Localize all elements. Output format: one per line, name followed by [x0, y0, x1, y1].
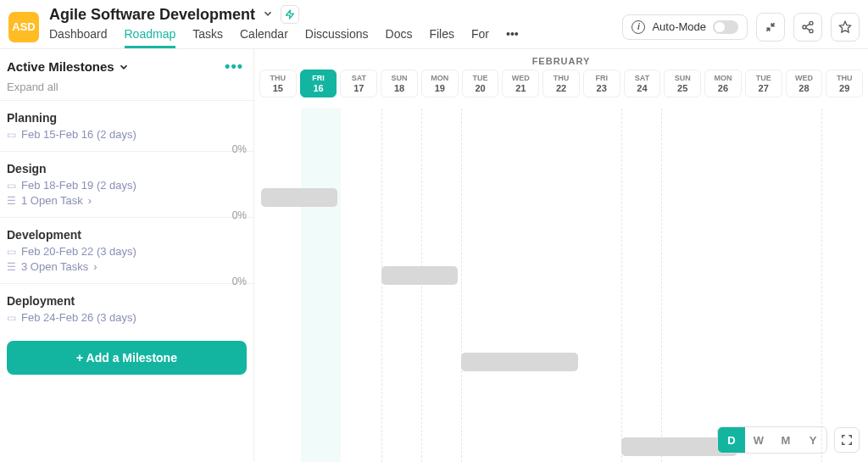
- svg-line-7: [806, 24, 810, 26]
- tab-calendar[interactable]: Calendar: [240, 27, 288, 48]
- chevron-right-icon: ›: [93, 260, 97, 273]
- day-num: 20: [463, 83, 498, 93]
- milestone-item[interactable]: 0%Design▭Feb 18-Feb 19 (2 days)☰1 Open T…: [0, 151, 253, 217]
- milestone-item[interactable]: 0%Deployment▭Feb 24-Feb 26 (3 days): [0, 283, 253, 334]
- day-cell[interactable]: SAT24: [624, 70, 661, 97]
- day-num: 25: [665, 83, 700, 93]
- day-num: 21: [503, 83, 538, 93]
- tab-dashboard[interactable]: Dashboard: [49, 27, 108, 48]
- day-dow: WED: [503, 74, 538, 82]
- svg-point-5: [810, 29, 813, 32]
- add-milestone-button[interactable]: + Add a Milestone: [7, 341, 247, 375]
- share-icon[interactable]: [793, 13, 822, 42]
- more-tabs-icon[interactable]: •••: [506, 27, 519, 48]
- day-cell[interactable]: WED21: [502, 70, 539, 97]
- milestone-dates: ▭Feb 20-Feb 22 (3 days): [7, 245, 247, 258]
- svg-marker-0: [287, 10, 294, 19]
- day-cell[interactable]: TUE27: [745, 70, 782, 97]
- zoom-group: DWMY: [717, 426, 827, 454]
- day-cell[interactable]: FRI23: [583, 70, 620, 97]
- day-dow: THU: [543, 74, 579, 82]
- day-num: 23: [584, 83, 620, 93]
- project-title[interactable]: Agile Software Development: [49, 6, 255, 24]
- zoom-y[interactable]: Y: [799, 427, 826, 453]
- day-cell[interactable]: FRI16: [300, 70, 337, 97]
- day-dow: TUE: [746, 74, 782, 82]
- lightning-icon[interactable]: [281, 5, 299, 24]
- chevron-down-icon: [118, 61, 130, 73]
- tab-roadmap[interactable]: Roadmap: [125, 27, 176, 48]
- nav-tabs: DashboardRoadmapTasksCalendarDiscussions…: [49, 27, 622, 48]
- day-dow: SAT: [341, 74, 376, 82]
- day-cell[interactable]: THU22: [542, 70, 580, 97]
- gantt-bar[interactable]: [261, 188, 337, 207]
- day-num: 28: [787, 83, 822, 93]
- tab-for[interactable]: For: [471, 27, 489, 48]
- milestone-tasks[interactable]: ☰3 Open Tasks ›: [7, 260, 247, 273]
- fullscreen-icon[interactable]: [834, 427, 860, 453]
- day-dow: THU: [260, 74, 296, 82]
- tab-tasks[interactable]: Tasks: [192, 27, 223, 48]
- tab-files[interactable]: Files: [429, 27, 454, 48]
- day-cell[interactable]: THU29: [826, 70, 863, 97]
- day-cell[interactable]: SAT17: [340, 70, 377, 97]
- milestone-dates: ▭Feb 18-Feb 19 (2 days): [7, 179, 247, 192]
- svg-point-4: [803, 25, 806, 29]
- day-dow: FRI: [301, 74, 337, 82]
- tab-discussions[interactable]: Discussions: [305, 27, 369, 48]
- gantt-bar[interactable]: [461, 353, 578, 371]
- info-icon: i: [632, 20, 645, 34]
- day-num: 27: [746, 83, 782, 93]
- svg-point-3: [810, 21, 813, 25]
- milestone-dates: ▭Feb 15-Feb 16 (2 days): [7, 128, 247, 141]
- day-cell[interactable]: MON19: [421, 70, 459, 97]
- milestone-tasks[interactable]: ☰1 Open Task ›: [7, 194, 247, 207]
- sidebar-title[interactable]: Active Milestones: [7, 59, 130, 74]
- collapse-icon[interactable]: [756, 13, 785, 42]
- day-dow: THU: [826, 74, 862, 82]
- day-dow: SUN: [381, 74, 417, 82]
- expand-all-button[interactable]: Expand all: [0, 81, 253, 100]
- zoom-m[interactable]: M: [772, 427, 799, 453]
- day-num: 16: [301, 83, 337, 93]
- milestone-percent: 0%: [232, 143, 247, 155]
- project-badge[interactable]: ASD: [8, 12, 39, 42]
- day-num: 17: [341, 83, 376, 93]
- milestone-percent: 0%: [232, 209, 247, 221]
- day-num: 26: [705, 83, 741, 93]
- day-cell[interactable]: TUE20: [462, 70, 499, 97]
- day-num: 19: [422, 83, 458, 93]
- more-options-icon[interactable]: •••: [225, 58, 243, 75]
- tasks-icon: ☰: [7, 261, 16, 273]
- star-icon[interactable]: [831, 13, 860, 42]
- day-num: 24: [625, 83, 660, 93]
- day-cell[interactable]: THU15: [259, 70, 297, 97]
- day-num: 29: [826, 83, 862, 93]
- day-num: 18: [381, 83, 417, 93]
- day-cell[interactable]: SUN18: [381, 70, 418, 97]
- auto-mode-toggle[interactable]: i Auto-Mode: [622, 14, 748, 40]
- tab-docs[interactable]: Docs: [386, 27, 413, 48]
- day-cell[interactable]: SUN25: [664, 70, 701, 97]
- auto-mode-label: Auto-Mode: [652, 20, 706, 33]
- zoom-w[interactable]: W: [745, 427, 772, 453]
- sidebar-title-text: Active Milestones: [7, 59, 114, 74]
- day-cell[interactable]: MON26: [704, 70, 742, 97]
- milestone-name: Planning: [7, 111, 247, 125]
- svg-line-6: [806, 28, 810, 31]
- svg-marker-8: [839, 21, 850, 32]
- calendar-icon: ▭: [7, 246, 16, 258]
- timeline-days: THU15FRI16SAT17SUN18MON19TUE20WED21THU22…: [254, 70, 868, 97]
- day-cell[interactable]: WED28: [786, 70, 823, 97]
- milestone-percent: 0%: [232, 276, 247, 287]
- day-num: 15: [260, 83, 296, 93]
- chevron-right-icon: ›: [88, 194, 92, 207]
- calendar-icon: ▭: [7, 180, 16, 192]
- toggle-switch[interactable]: [713, 20, 738, 34]
- chevron-down-icon[interactable]: [262, 8, 274, 22]
- zoom-d[interactable]: D: [718, 427, 745, 453]
- day-dow: SUN: [665, 74, 700, 82]
- milestone-item[interactable]: Planning▭Feb 15-Feb 16 (2 days): [0, 100, 253, 151]
- milestone-item[interactable]: 0%Development▭Feb 20-Feb 22 (3 days)☰3 O…: [0, 217, 253, 283]
- gantt-bar[interactable]: [381, 266, 458, 285]
